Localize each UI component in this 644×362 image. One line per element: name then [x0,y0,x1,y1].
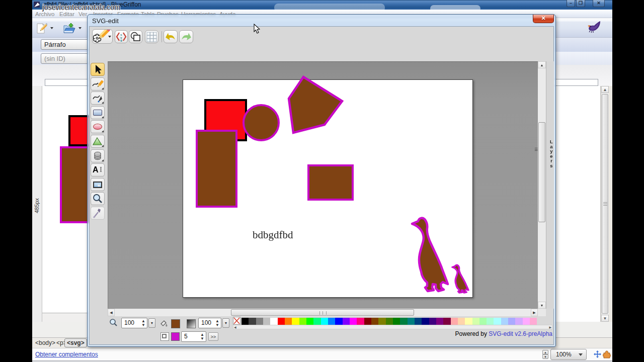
svg-text:g: g [120,39,122,42]
